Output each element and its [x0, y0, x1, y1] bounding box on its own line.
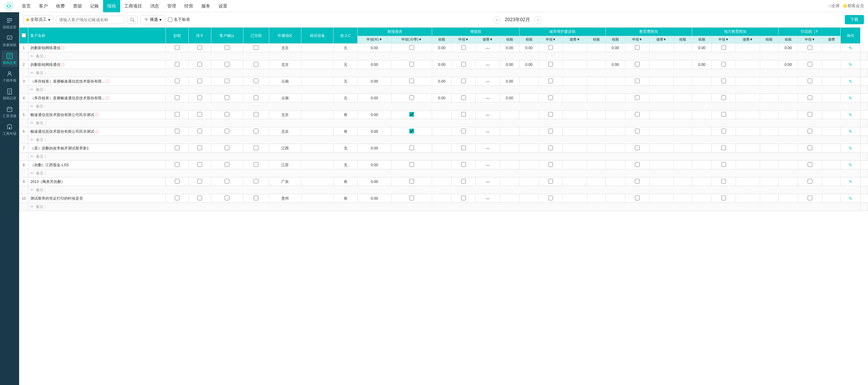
vat-shen-checkbox[interactable] — [461, 62, 466, 67]
urban-shen-cell[interactable] — [539, 44, 563, 52]
local-shen-checkbox[interactable] — [721, 179, 726, 184]
kehuqueren-checkbox[interactable] — [225, 45, 229, 50]
caoshui-checkbox[interactable] — [175, 45, 180, 50]
stamp-shen-cell[interactable] — [798, 161, 822, 169]
yiwansui-checkbox[interactable] — [254, 95, 258, 100]
vat-shen-checkbox[interactable] — [461, 95, 466, 100]
stamp-shen-cell[interactable] — [798, 77, 822, 86]
stamp-shen-checkbox[interactable] — [808, 79, 812, 83]
nav-item-收费[interactable]: 收费 — [52, 0, 69, 12]
action-cell[interactable]: ✎ — [841, 177, 860, 186]
caiwu-yue-cell[interactable] — [391, 77, 432, 86]
qingka-checkbox[interactable] — [197, 79, 202, 83]
sidebar-item-tax-overview[interactable]: 报税总览 — [1, 51, 18, 67]
stamp-shen-cell[interactable] — [798, 127, 822, 136]
filter-button[interactable]: 筛选 ▾ — [141, 15, 165, 24]
urban-shen-checkbox[interactable] — [548, 179, 553, 184]
caoshui-checkbox[interactable] — [175, 145, 180, 150]
stamp-shen-checkbox[interactable] — [808, 162, 812, 167]
urban-shen-checkbox[interactable] — [548, 112, 553, 117]
urban-shen-checkbox[interactable] — [548, 196, 553, 200]
caoshui-cell[interactable] — [166, 194, 188, 203]
local-shen-checkbox[interactable] — [721, 112, 726, 117]
nav-item-经营[interactable]: 经营 — [180, 0, 197, 12]
caoshui-checkbox[interactable] — [175, 112, 180, 117]
nav-item-记账[interactable]: 记账 — [86, 0, 103, 12]
qingka-checkbox[interactable] — [197, 45, 202, 50]
local-shen-checkbox[interactable] — [721, 145, 726, 150]
yiwansui-cell[interactable] — [243, 161, 269, 169]
nav-item-首页[interactable]: 首页 — [18, 0, 35, 12]
yiwansui-cell[interactable] — [243, 194, 269, 203]
stamp-shen-checkbox[interactable] — [808, 62, 812, 67]
local-shen-cell[interactable] — [711, 144, 736, 153]
yiwansui-cell[interactable] — [243, 144, 269, 153]
kehuqueren-cell[interactable] — [211, 77, 243, 86]
vat-shen-cell[interactable] — [452, 144, 476, 153]
caoshui-checkbox[interactable] — [175, 196, 180, 200]
caiwu-yue-cell[interactable] — [391, 177, 432, 186]
kehuqueren-checkbox[interactable] — [225, 112, 229, 117]
edu-shen-cell[interactable] — [625, 161, 649, 169]
caoshui-cell[interactable] — [166, 127, 188, 136]
edit-icon[interactable]: ✎ — [849, 62, 852, 67]
urban-shen-cell[interactable] — [539, 177, 563, 186]
stamp-shen-checkbox[interactable] — [808, 179, 812, 184]
stamp-shen-cell[interactable] — [798, 177, 822, 186]
caiwu-yue-checkbox[interactable] — [409, 62, 414, 67]
edu-shen-cell[interactable] — [625, 127, 649, 136]
kehuqueren-cell[interactable] — [211, 161, 243, 169]
caiwu-yue-checkbox[interactable] — [409, 95, 414, 100]
caoshui-checkbox[interactable] — [175, 95, 180, 100]
vat-shen-cell[interactable] — [452, 77, 476, 86]
nav-item-设置[interactable]: 设置 — [214, 0, 231, 12]
yiwansui-cell[interactable] — [243, 44, 269, 52]
yiwansui-checkbox[interactable] — [254, 145, 258, 150]
local-shen-cell[interactable] — [711, 60, 736, 69]
edu-shen-checkbox[interactable] — [635, 162, 640, 167]
caiwu-yue-checkbox[interactable] — [409, 45, 414, 50]
caiwu-yue-checkbox[interactable] — [409, 196, 414, 200]
mingxia-checkbox[interactable] — [168, 17, 172, 22]
yiwansui-checkbox[interactable] — [254, 162, 258, 167]
edu-shen-cell[interactable] — [625, 44, 649, 52]
caiwu-yue-cell[interactable] — [391, 127, 432, 136]
edu-shen-cell[interactable] — [625, 144, 649, 153]
sidebar-item-tax-record[interactable]: 报税记录 — [1, 86, 18, 102]
sidebar-item-annual-tax[interactable]: 汇算清缴 — [1, 104, 18, 120]
qingka-cell[interactable] — [188, 94, 211, 102]
caiwu-yue-cell[interactable] — [391, 111, 432, 119]
edit-icon[interactable]: ✎ — [849, 162, 852, 168]
kehuqueren-cell[interactable] — [211, 177, 243, 186]
yiwansui-checkbox[interactable] — [254, 45, 258, 50]
action-cell[interactable]: ✎ — [841, 194, 860, 203]
qingka-checkbox[interactable] — [197, 179, 202, 184]
qingka-checkbox[interactable] — [197, 162, 202, 167]
yiwansui-checkbox[interactable] — [254, 112, 258, 117]
caoshui-cell[interactable] — [166, 94, 188, 102]
download-button[interactable]: 下载 — [845, 15, 864, 24]
action-cell[interactable]: ✎ — [841, 127, 860, 136]
edit-icon[interactable]: ✎ — [849, 196, 852, 201]
kehuqueren-cell[interactable] — [211, 60, 243, 69]
edu-shen-checkbox[interactable] — [635, 179, 640, 184]
stamp-shen-cell[interactable] — [798, 144, 822, 153]
kehuqueren-checkbox[interactable] — [225, 179, 229, 184]
caiwu-yue-checkbox[interactable] — [409, 179, 414, 184]
caoshui-cell[interactable] — [166, 177, 188, 186]
urban-shen-checkbox[interactable] — [548, 129, 553, 133]
edit-icon[interactable]: ✎ — [849, 45, 852, 51]
action-cell[interactable]: ✎ — [841, 94, 860, 102]
local-shen-cell[interactable] — [711, 161, 736, 169]
edu-shen-checkbox[interactable] — [635, 79, 640, 83]
caiwu-yue-cell[interactable] — [391, 194, 432, 203]
edu-shen-cell[interactable] — [625, 77, 649, 86]
caoshui-checkbox[interactable] — [175, 179, 180, 184]
edu-shen-checkbox[interactable] — [635, 95, 640, 100]
action-cell[interactable]: ✎ — [841, 111, 860, 119]
caiwu-yue-checkbox[interactable] — [409, 79, 414, 83]
kehuqueren-checkbox[interactable] — [225, 62, 229, 67]
kehuqueren-cell[interactable] — [211, 44, 243, 52]
urban-shen-checkbox[interactable] — [548, 145, 553, 150]
urban-shen-cell[interactable] — [539, 60, 563, 69]
